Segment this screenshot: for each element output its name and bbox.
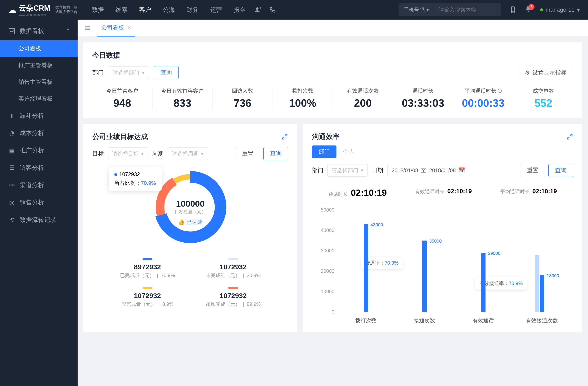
search-input[interactable]	[434, 7, 491, 13]
sidebar-group-dashboard[interactable]: 数据看板 ˄	[0, 22, 78, 40]
bar-chart: 01000020000300004000050000 接通率：70.9% 有效接…	[312, 210, 573, 324]
sidebar-item[interactable]: ▤推广分析	[0, 142, 78, 159]
nav-item[interactable]: 报名	[234, 6, 246, 14]
target-select[interactable]: 请选择目标▾	[108, 148, 148, 160]
logo-text: 云朵CRM	[19, 3, 50, 13]
main-nav: 数据线索客户公海财务运营报名	[92, 6, 246, 14]
card-title: 沟通效率	[312, 132, 340, 141]
date-label: 日期	[372, 167, 383, 174]
search-box: 手机号码 ▾	[399, 3, 501, 16]
y-tick: 0	[332, 309, 335, 315]
time-stat: 通话时长02:10:19	[328, 188, 387, 198]
stat-item: 回访人数736	[212, 86, 273, 110]
sidebar-item[interactable]: ◎销售分析	[0, 194, 78, 211]
sidebar-item[interactable]: ⫿漏斗分析	[0, 107, 78, 124]
reset-button[interactable]: 重置	[520, 164, 545, 177]
sidebar-item[interactable]: 公司看板	[0, 40, 78, 57]
donut-center: 100000 目标总量（元） 👍已达成	[175, 199, 206, 226]
y-tick: 30000	[321, 248, 335, 254]
expand-icon[interactable]	[566, 133, 573, 140]
stat-item: 今日首咨客户948	[92, 86, 152, 110]
nav-item[interactable]: 客户	[139, 6, 151, 14]
dept-select[interactable]: 请选择部门 ▾	[109, 66, 149, 79]
x-label: 接通次数	[395, 317, 454, 324]
time-stat: 平均通话时长02:10:19	[500, 188, 557, 198]
badge-count: 5	[528, 4, 534, 10]
notification-bell[interactable]: 5	[525, 5, 532, 14]
user-menu[interactable]: manager11 ▾	[540, 6, 580, 13]
status-dot-icon	[540, 8, 543, 11]
tabs-bar: 公司看板 ✕	[78, 19, 588, 37]
user-add-icon[interactable]	[254, 6, 262, 14]
today-data-card: 今日数据 部门 请选择部门 ▾ 查询 ⚙ 设置显示指标	[83, 42, 582, 118]
thumbs-up-icon: 👍	[178, 219, 185, 225]
communication-card: 沟通效率 部门 个人 部门 请选择部门▾ 日期 2018/01/08 至	[303, 124, 582, 332]
dept-label: 部门	[312, 167, 323, 174]
stat-item: 平均通话时长ⓘ00:00:33	[453, 86, 513, 110]
menu-icon: ◔	[8, 130, 16, 137]
sidebar-item[interactable]: ◔成本分析	[0, 124, 78, 142]
sidebar-item[interactable]: 推广主管看板	[0, 57, 78, 74]
dept-select[interactable]: 请选择部门▾	[328, 164, 368, 177]
nav-item[interactable]: 数据	[92, 6, 104, 14]
query-button[interactable]: 查询	[154, 66, 179, 79]
dashboard-icon	[8, 28, 16, 35]
donut-chart: 1072932 所占比例：70.9% 100000 目标总量（元） 👍已达成	[92, 168, 288, 256]
bar-value-label: 43000	[371, 222, 383, 228]
period-select[interactable]: 请选择周期▾	[168, 148, 208, 160]
goal-card: 公司业绩目标达成 目标 请选择目标▾ 周期 请选择周期▾ 重置 查询	[83, 124, 297, 332]
header-bar: ☁ 云朵CRM www.yunduocrm.com 教育机构一站 式服务云平台 …	[0, 0, 588, 19]
target-label: 目标	[92, 150, 104, 157]
expand-icon[interactable]	[281, 133, 288, 140]
phone-icon[interactable]	[269, 6, 276, 14]
menu-icon: ☰	[8, 164, 16, 172]
card-title: 今日数据	[92, 51, 573, 60]
legend-item: 1072932超额完成（元） | 89.9%	[190, 287, 276, 308]
pill-dept[interactable]: 部门	[312, 145, 336, 158]
mobile-icon[interactable]	[509, 6, 517, 14]
chevron-down-icon: ▾	[426, 7, 429, 13]
query-button[interactable]: 查询	[263, 147, 288, 160]
sidebar-item[interactable]: 销售主管看板	[0, 74, 78, 90]
search-type-select[interactable]: 手机号码 ▾	[399, 3, 434, 16]
menu-icon: ⚯	[8, 182, 16, 189]
settings-metrics-button[interactable]: ⚙ 设置显示指标	[518, 66, 573, 79]
bar-value-label: 35000	[429, 238, 441, 244]
menu-icon: ⫿	[8, 112, 16, 119]
legend-item: 1072932应完成量（元） | 8.9%	[105, 287, 190, 308]
nav-item[interactable]: 财务	[186, 6, 199, 14]
menu-icon: ⟲	[8, 216, 16, 224]
main-content: 公司看板 ✕ 今日数据 部门 请选择部门 ▾ 查询	[78, 19, 588, 386]
query-button[interactable]: 查询	[548, 164, 573, 177]
x-label: 有效接通次数	[513, 317, 571, 324]
sidebar-item[interactable]: 客户经理看板	[0, 90, 78, 107]
bar	[422, 241, 427, 312]
stat-item: 通话时长03:33:03	[393, 86, 453, 110]
bar	[364, 224, 368, 312]
nav-item[interactable]: 公海	[163, 6, 175, 14]
time-stat: 有效通话时长02:10:19	[415, 188, 472, 198]
reset-button[interactable]: 重置	[235, 147, 260, 160]
y-tick: 40000	[321, 228, 335, 233]
nav-item[interactable]: 运营	[210, 6, 222, 14]
chart-tooltip: 1072932 所占比例：70.9%	[109, 167, 162, 191]
logo-url: www.yunduocrm.com	[19, 13, 50, 17]
x-label: 有效通话	[454, 317, 513, 324]
tab-company-board[interactable]: 公司看板 ✕	[97, 19, 135, 37]
date-range-input[interactable]: 2018/01/08 至 2018/01/08 📅	[387, 165, 469, 176]
nav-item[interactable]: 线索	[115, 6, 127, 14]
close-icon[interactable]: ✕	[127, 25, 131, 30]
username: manager11	[546, 6, 574, 13]
period-label: 周期	[152, 150, 164, 157]
menu-toggle-icon[interactable]	[84, 24, 91, 32]
legend-item: 8972932已完成量（元） | 70.9%	[105, 258, 190, 279]
y-tick: 20000	[321, 268, 335, 274]
sidebar-item[interactable]: ☰访客分析	[0, 159, 78, 176]
pill-person[interactable]: 个人	[336, 145, 361, 158]
sidebar-item[interactable]: ⟲数据流转记录	[0, 211, 78, 229]
sidebar-item[interactable]: ⚯渠道分析	[0, 176, 78, 194]
stat-item: 成交单数552	[513, 86, 573, 110]
logo: ☁ 云朵CRM www.yunduocrm.com 教育机构一站 式服务云平台	[8, 3, 77, 17]
stat-item: 拨打次数100%	[273, 86, 333, 110]
search-icon[interactable]	[491, 6, 501, 14]
